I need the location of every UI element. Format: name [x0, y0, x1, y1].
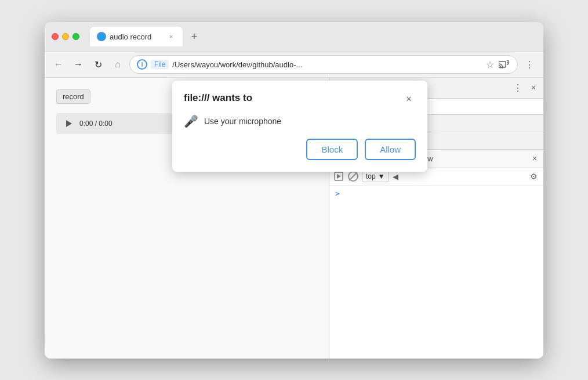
devtools-actions: ⋮ ×	[511, 81, 540, 94]
file-label: File	[151, 60, 169, 69]
security-info-icon: i	[137, 59, 147, 70]
play-icon	[66, 120, 72, 127]
dialog-close-button[interactable]: ×	[402, 92, 416, 106]
page-content: record 0:00 / 0:00 file:/// wants to × 🎤…	[45, 78, 329, 359]
execute-context-icon[interactable]	[333, 171, 344, 182]
address-text: /Users/wayou/work/dev/github/audio-...	[172, 60, 482, 69]
traffic-lights	[52, 33, 79, 40]
bookmark-icon[interactable]: ☆	[486, 59, 494, 70]
forward-button[interactable]: →	[70, 56, 86, 73]
new-tab-button[interactable]: +	[186, 28, 202, 45]
permission-dialog: file:/// wants to × 🎤 Use your microphon…	[172, 81, 427, 172]
back-button[interactable]: ←	[50, 56, 67, 73]
tab-close-button[interactable]: ×	[166, 32, 176, 41]
microphone-icon: 🎤	[184, 114, 198, 128]
home-button[interactable]: ⌂	[110, 56, 126, 73]
browser-window: 🌐 audio record × + ← → ↻ ⌂ i File /Users…	[45, 22, 543, 359]
refresh-button[interactable]: ↻	[90, 56, 106, 73]
maximize-window-button[interactable]	[72, 33, 79, 40]
minimize-window-button[interactable]	[62, 33, 69, 40]
devtools-close-button[interactable]: ×	[527, 81, 540, 94]
context-label: top	[366, 172, 376, 180]
record-button[interactable]: record	[56, 89, 90, 104]
dialog-buttons: Block Allow	[184, 139, 416, 160]
allow-button[interactable]: Allow	[365, 139, 416, 160]
active-tab[interactable]: 🌐 audio record ×	[90, 27, 183, 46]
info-char: i	[141, 61, 143, 68]
browser-menu-button[interactable]: ⋮	[521, 56, 538, 73]
devtools-bottom-close-button[interactable]: ×	[528, 152, 541, 165]
console-settings-icon[interactable]: ⚙	[527, 170, 540, 183]
dropdown-arrow-icon: ▼	[378, 172, 385, 180]
dialog-title: file:/// wants to	[184, 92, 252, 104]
console-prompt-char: >	[335, 189, 340, 198]
address-bar[interactable]: i File /Users/wayou/work/dev/github/audi…	[129, 55, 518, 74]
devtools-options-icon[interactable]: ⋮	[511, 82, 525, 93]
tab-title: audio record	[110, 32, 163, 41]
console-prompt: >	[335, 189, 538, 198]
audio-player: 0:00 / 0:00	[56, 113, 172, 134]
tab-favicon-icon: 🌐	[97, 32, 106, 41]
content-area: record 0:00 / 0:00 file:/// wants to × 🎤…	[45, 78, 543, 359]
svg-marker-2	[337, 174, 341, 179]
time-display: 0:00 / 0:00	[79, 120, 112, 128]
console-area[interactable]: >	[329, 186, 543, 359]
back-context-icon[interactable]: ◀	[393, 172, 398, 181]
dialog-header: file:/// wants to ×	[184, 92, 416, 106]
permission-row: 🎤 Use your microphone	[184, 114, 416, 128]
cast-icon[interactable]	[498, 58, 510, 71]
tab-bar: 🌐 audio record × +	[90, 27, 536, 46]
block-button[interactable]: Block	[306, 139, 358, 160]
context-selector[interactable]: top ▼	[362, 171, 389, 182]
close-window-button[interactable]	[52, 33, 59, 40]
nav-bar: ← → ↻ ⌂ i File /Users/wayou/work/dev/git…	[45, 52, 543, 78]
play-button[interactable]	[63, 118, 75, 129]
title-bar: 🌐 audio record × +	[45, 22, 543, 52]
permission-text: Use your microphone	[204, 117, 281, 126]
no-filter-icon[interactable]	[348, 171, 358, 182]
